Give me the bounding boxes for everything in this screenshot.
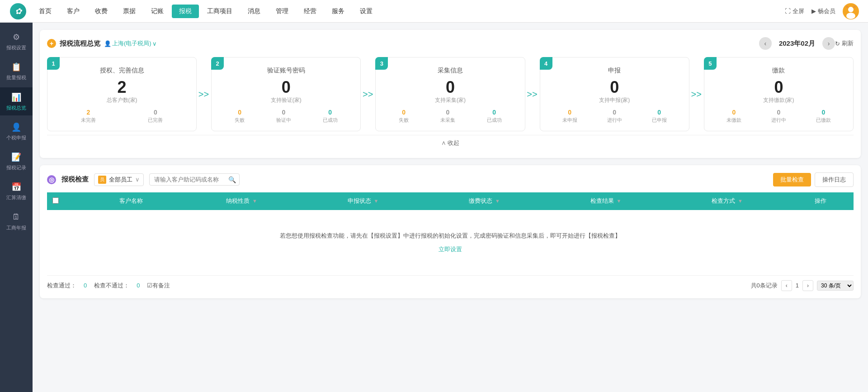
filter-tax-nature[interactable]: ▼ [252,198,257,204]
col-check-method: 检查方式 ▼ [666,192,788,210]
step-count: 0 [219,78,353,96]
avatar[interactable] [843,3,859,19]
stat-num: 0 [777,109,781,116]
location-btn[interactable]: 👤 上海(电子税局) ∨ [104,39,157,48]
batch-check-btn[interactable]: 批量检查 [773,173,811,186]
step-num: 2 [211,57,224,70]
stat-num: 0 [446,109,450,116]
stat-label: 已成功 [323,117,338,124]
refresh-icon: ↻ [835,40,840,47]
search-icon[interactable]: 🔍 [228,176,236,183]
sidebar-icon: 📋 [11,62,22,72]
operation-log-btn[interactable]: 操作日志 [815,172,854,187]
nav-item-收费[interactable]: 收费 [88,5,115,18]
nav-item-报税[interactable]: 报税 [172,5,199,18]
next-page-btn[interactable]: › [802,280,813,291]
sidebar-label: 工商年报 [6,225,26,231]
sidebar-icon: 🗓 [11,212,22,223]
refresh-btn[interactable]: ↻ 刷新 [835,39,854,48]
step-count: 2 [55,78,189,96]
setup-link[interactable]: 立即设置 [439,245,462,253]
sidebar-label: 报税记录 [6,164,26,171]
process-step-2: 2 >> 验证账号密码 0 支持验证(家) 0 失败 0 验证中 0 已成功 [211,57,361,131]
nav-item-首页[interactable]: 首页 [32,5,59,18]
col-pay-status: 缴费状态 ▼ [424,192,545,210]
overview-header-row: + 报税流程总览 👤 上海(电子税局) ∨ ‹ 2023年02月 › ↻ 刷新 [47,37,854,50]
step-title: 缴款 [712,65,846,75]
note-label: ☑有备注 [147,282,170,290]
sidebar-label: 报税总览 [6,105,26,111]
search-input[interactable] [149,173,240,186]
sidebar-icon: 👤 [11,122,22,133]
fail-count[interactable]: 0 [137,282,140,289]
nav-item-管理[interactable]: 管理 [269,5,296,18]
logo: ✿ [5,3,32,19]
step-stat: 0 已完善 [148,109,163,124]
fullscreen-btn[interactable]: ⛶ 全屏 [785,7,804,15]
svg-point-5 [846,5,849,8]
filter-check[interactable]: ▼ [616,198,621,204]
step-stat: 0 已成功 [487,109,502,124]
stat-label: 未完善 [81,117,96,124]
col-customer: 客户名称 [81,192,181,210]
refresh-label: 刷新 [842,39,854,48]
process-steps: 1 >> 授权、完善信息 2 总客户数(家) 2 未完善 0 已完善 2 >> … [47,57,854,131]
filter-pay[interactable]: ▼ [495,198,500,204]
collapse-btn[interactable]: ∧ 收起 [47,135,854,151]
step-arrow: >> [363,89,373,99]
nav-item-客户[interactable]: 客户 [60,5,87,18]
employee-icon: 员 [98,176,106,184]
step-stat: 0 已成功 [323,109,338,124]
sidebar-item-汇算清缴[interactable]: 📅 汇算清缴 [0,177,33,205]
nav-item-票据[interactable]: 票据 [116,5,143,18]
empty-cell: 若您想使用报税检查功能，请先在【报税设置】中进行报税的初始化设置，完成密码验证和… [47,210,854,276]
pass-count[interactable]: 0 [84,282,87,289]
stat-num: 0 [657,109,661,116]
step-stat: 0 已申报 [652,109,667,124]
prev-month-btn[interactable]: ‹ [759,37,772,50]
nav-item-服务[interactable]: 服务 [325,5,352,18]
sidebar-item-报税设置[interactable]: ⚙ 报税设置 [0,27,33,55]
step-stat: 0 未采集 [440,109,455,124]
nav-item-记账[interactable]: 记账 [144,5,171,18]
filter-method[interactable]: ▼ [738,198,743,204]
sidebar-item-个税申报[interactable]: 👤 个税申报 [0,117,33,145]
step-stat: 0 失败 [399,109,409,124]
vip-btn[interactable]: ▶ 畅会员 [811,7,835,15]
step-num: 5 [704,57,717,70]
per-page-select[interactable]: 30 条/页 50 条/页 100 条/页 [817,281,854,291]
stat-num: 0 [328,109,332,116]
location-text: 上海(电子税局) [112,39,151,48]
process-step-5: 5 缴款 0 支持缴款(家) 0 未缴款 0 进行中 0 已缴款 [704,57,854,131]
step-arrow: >> [198,89,209,99]
action-btns: 批量检查 操作日志 [773,172,854,187]
settings-icon[interactable]: ⚙ [70,197,76,205]
stat-label: 未缴款 [726,117,741,124]
sidebar-item-工商年报[interactable]: 🗓 工商年报 [0,207,33,235]
dropdown-icon: ∨ [152,40,157,47]
sidebar-item-批量报税[interactable]: 📋 批量报税 [0,57,33,85]
month-text: 2023年02月 [779,39,815,48]
step-count: 0 [712,78,846,96]
filter-declare[interactable]: ▼ [374,198,379,204]
content: + 报税流程总览 👤 上海(电子税局) ∨ ‹ 2023年02月 › ↻ 刷新 [33,23,868,392]
nav-item-工商项目[interactable]: 工商项目 [200,5,240,18]
prev-page-btn[interactable]: ‹ [781,280,792,291]
nav-item-消息[interactable]: 消息 [241,5,268,18]
vip-label: 畅会员 [818,7,835,15]
employee-select[interactable]: 员 全部员工 ∨ [94,173,144,186]
empty-text: 若您想使用报税检查功能，请先在【报税设置】中进行报税的初始化设置，完成密码验证和… [61,232,839,240]
step-stat: 0 已缴款 [816,109,831,124]
nav-item-经营[interactable]: 经营 [297,5,324,18]
search-wrap: 🔍 [149,173,240,186]
next-month-btn[interactable]: › [822,37,835,50]
nav-item-设置[interactable]: 设置 [353,5,380,18]
sidebar-item-报税记录[interactable]: 📝 报税记录 [0,147,33,175]
page-number: 1 [796,282,799,289]
stat-num: 0 [822,109,826,116]
pass-label: 检查通过： [47,282,76,290]
select-all-checkbox[interactable] [52,197,59,204]
nav-items: 首页客户收费票据记账报税工商项目消息管理经营服务设置 [32,5,785,18]
col-operation: 操作 [788,192,854,210]
sidebar-item-报税总览[interactable]: 📊 报税总览 [0,87,33,115]
